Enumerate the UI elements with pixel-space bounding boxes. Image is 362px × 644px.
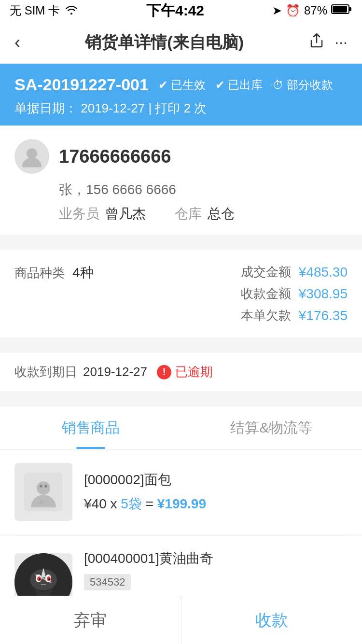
share-icon[interactable] — [308, 32, 325, 53]
product-price-1: ¥40 x 5袋 = ¥199.99 — [84, 495, 348, 513]
status-badge-3: ⏱ 部分收款 — [272, 77, 333, 93]
battery-text: 87% — [304, 4, 327, 17]
product-item: 益+ [0000002]面包 ¥40 x 5袋 = ¥199.99 — [0, 449, 362, 534]
nav-actions: ··· — [308, 32, 348, 53]
due-section: 收款到期日 2019-12-27 ! 已逾期 — [0, 353, 362, 391]
salesperson-value: 曾凡杰 — [105, 205, 146, 223]
overdue-icon: ! — [157, 365, 171, 379]
status-bar: 无 SIM 卡 下午4:42 ➤ ⏰ 87% — [0, 0, 362, 21]
customer-phone: 17666666666 — [59, 146, 171, 167]
svg-text:益+: 益+ — [40, 499, 47, 504]
svg-point-8 — [44, 485, 47, 488]
owed-label: 本单欠款 — [241, 307, 291, 324]
due-date: 2019-12-27 — [83, 364, 147, 379]
product-thumb-1: 益+ — [14, 463, 72, 521]
no-sim-text: 无 SIM 卡 — [10, 3, 60, 18]
svg-point-16 — [39, 578, 41, 580]
divider-1 — [0, 242, 362, 250]
stats-section: 商品种类 4种 成交金额 ¥485.30 收款金额 ¥308.95 本单欠款 ¥… — [0, 250, 362, 337]
back-button[interactable]: ‹ — [14, 32, 20, 53]
overdue-text: 已逾期 — [175, 364, 213, 380]
tab-sales-products[interactable]: 销售商品 — [0, 406, 181, 449]
amount-value: ¥485.30 — [299, 265, 348, 280]
warehouse-value: 总仓 — [208, 205, 235, 223]
product-name-2: [000400001]黄油曲奇 — [84, 549, 348, 568]
received-value: ¥308.95 — [299, 286, 348, 302]
product-name-1: [0000002]面包 — [84, 471, 348, 489]
type-count: 4种 — [72, 264, 94, 282]
product-tag-2: 534532 — [84, 574, 131, 590]
overdue-badge: ! 已逾期 — [157, 364, 213, 380]
reject-button[interactable]: 弃审 — [0, 596, 181, 644]
tab-settlement[interactable]: 结算&物流等 — [181, 406, 362, 449]
svg-point-17 — [48, 578, 50, 580]
svg-point-7 — [40, 485, 42, 488]
header-banner: SA-20191227-001 ✔ 已生效 ✔ 已出库 ⏱ 部分收款 单据日期：… — [0, 64, 362, 126]
salesperson-label: 业务员 — [59, 205, 99, 223]
customer-section: 17666666666 张，156 6666 6666 业务员 曾凡杰 仓库 总… — [0, 126, 362, 235]
page-title: 销货单详情(来自电脑) — [85, 31, 244, 54]
nav-bar: ‹ 销货单详情(来自电脑) ··· — [0, 21, 362, 64]
svg-rect-1 — [349, 7, 351, 11]
status-bar-right: ➤ ⏰ 87% — [272, 3, 352, 18]
check-icon-2: ✔ — [215, 78, 225, 92]
tabs-section: 销售商品 结算&物流等 — [0, 406, 362, 449]
location-icon: ➤ — [272, 4, 282, 17]
svg-rect-2 — [333, 6, 347, 13]
alarm-icon: ⏰ — [286, 4, 300, 17]
bottom-bar: 弃审 收款 — [0, 596, 362, 644]
more-icon[interactable]: ··· — [334, 33, 348, 51]
warehouse-label: 仓库 — [175, 205, 202, 223]
due-label: 收款到期日 — [14, 364, 77, 380]
customer-meta: 业务员 曾凡杰 仓库 总仓 — [14, 205, 348, 223]
svg-point-6 — [37, 481, 50, 495]
owed-value: ¥176.35 — [299, 308, 348, 323]
customer-name: 张，156 6666 6666 — [14, 181, 348, 199]
status-bar-time: 下午4:42 — [146, 1, 204, 21]
amount-label: 成交金额 — [241, 264, 291, 280]
status-bar-left: 无 SIM 卡 — [10, 3, 78, 18]
status-badge-2: ✔ 已出库 — [215, 77, 263, 93]
type-label: 商品种类 — [14, 265, 65, 281]
order-date-info: 单据日期： 2019-12-27 | 打印 2 次 — [14, 100, 348, 117]
battery-icon — [331, 3, 352, 18]
payment-button[interactable]: 收款 — [181, 596, 362, 644]
divider-3 — [0, 391, 362, 399]
wifi-icon — [65, 4, 78, 17]
avatar — [14, 139, 49, 174]
divider-2 — [0, 345, 362, 353]
product-info-1: [0000002]面包 ¥40 x 5袋 = ¥199.99 — [84, 471, 348, 513]
clock-icon: ⏱ — [272, 78, 284, 92]
svg-point-4 — [27, 148, 37, 159]
order-number: SA-20191227-001 — [14, 75, 149, 94]
check-icon-1: ✔ — [158, 78, 168, 92]
received-label: 收款金额 — [241, 285, 291, 302]
status-badge-1: ✔ 已生效 — [158, 77, 206, 93]
